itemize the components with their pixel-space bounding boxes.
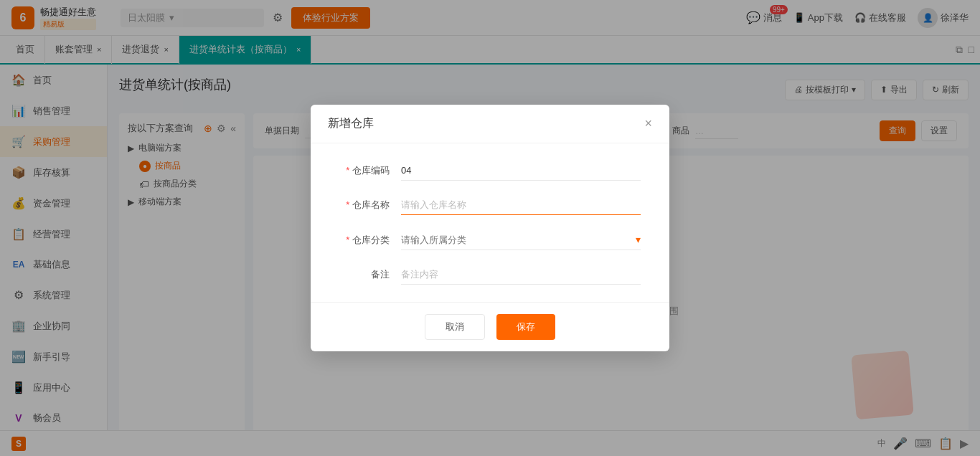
warehouse-note-row: 备注 [339, 265, 641, 285]
save-button[interactable]: 保存 [496, 314, 555, 340]
note-label: 备注 [339, 268, 390, 281]
modal-close-button[interactable]: × [644, 116, 652, 131]
warehouse-name-row: 仓库名称 [339, 195, 641, 215]
modal-body: 仓库编码 仓库名称 仓库分类 ▾ 备注 [311, 143, 669, 302]
modal-header: 新增仓库 × [311, 105, 669, 143]
note-input[interactable] [401, 265, 641, 285]
code-label: 仓库编码 [339, 164, 390, 177]
category-dropdown-icon: ▾ [636, 234, 641, 245]
cancel-button[interactable]: 取消 [425, 314, 485, 340]
name-label: 仓库名称 [339, 199, 390, 212]
add-warehouse-modal: 新增仓库 × 仓库编码 仓库名称 仓库分类 ▾ [311, 105, 669, 351]
warehouse-category-row: 仓库分类 ▾ [339, 229, 641, 250]
warehouse-name-input[interactable] [401, 195, 641, 215]
category-label: 仓库分类 [339, 234, 390, 247]
category-input[interactable] [401, 234, 636, 245]
category-select[interactable]: ▾ [401, 229, 641, 250]
warehouse-code-row: 仓库编码 [339, 161, 641, 181]
modal-title: 新增仓库 [328, 116, 374, 131]
modal-footer: 取消 保存 [311, 302, 669, 351]
modal-overlay[interactable]: 新增仓库 × 仓库编码 仓库名称 仓库分类 ▾ [0, 0, 980, 456]
warehouse-code-input[interactable] [401, 161, 641, 181]
